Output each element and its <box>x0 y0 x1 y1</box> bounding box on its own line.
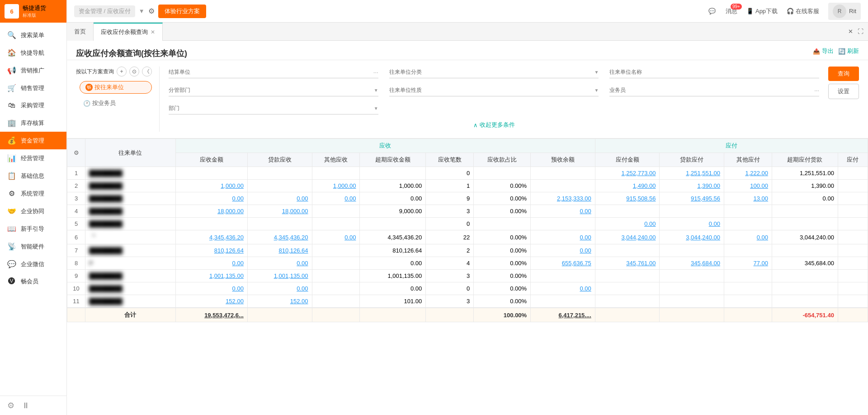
settlement-unit-input[interactable] <box>202 69 372 76</box>
scheme-partner-button[interactable]: 畅 按往来单位 <box>80 81 152 94</box>
dept-manager-arrow-icon[interactable]: ▼ <box>374 88 378 93</box>
pay-loan-cell[interactable]: 0.00 <box>660 218 724 230</box>
window-maximize-icon[interactable]: ⛶ <box>858 28 863 35</box>
salesperson-input[interactable] <box>643 87 812 94</box>
rec-amount-cell[interactable]: 810,126.64 <box>175 244 247 257</box>
export-button[interactable]: 📤 导出 <box>813 47 834 55</box>
dept-manager-input[interactable] <box>202 87 372 94</box>
sidebar-item-guide[interactable]: 📖 新手引导 <box>0 220 66 238</box>
pay-loan-cell[interactable]: 345,684.00 <box>660 257 724 270</box>
partner-name-cell[interactable]: ████████ <box>85 282 176 295</box>
settlement-unit-ellipsis[interactable]: ··· <box>373 69 378 76</box>
sidebar-item-member[interactable]: 🅥 畅会员 <box>0 273 66 290</box>
dropdown-arrow-icon[interactable]: ▼ <box>139 8 145 14</box>
pay-other-cell[interactable]: 1,222.00 <box>724 167 772 180</box>
partner-nature-arrow-icon[interactable]: ▼ <box>594 88 599 93</box>
pre-rec-cell[interactable]: 2,153,333.00 <box>531 192 595 205</box>
salesperson-ellipsis[interactable]: ··· <box>814 87 819 94</box>
pay-amount-cell[interactable]: 0.00 <box>595 218 660 230</box>
partner-nature-input[interactable] <box>424 87 593 94</box>
pay-amount-cell[interactable]: 1,490.00 <box>595 180 660 192</box>
pay-amount-cell[interactable]: 915,508.56 <box>595 192 660 205</box>
partner-name-cell[interactable]: ████████ <box>85 192 176 205</box>
pre-rec-cell[interactable]: 0.00 <box>531 244 595 257</box>
window-close-icon[interactable]: ✕ <box>848 28 853 35</box>
pay-amount-cell[interactable]: 3,044,240.00 <box>595 230 660 244</box>
scheme-collapse-button[interactable]: 《 <box>142 67 152 76</box>
pay-loan-cell[interactable]: 1,251,551.00 <box>660 167 724 180</box>
rec-loan-cell[interactable]: 18,000.00 <box>247 205 312 218</box>
sidebar-item-basic[interactable]: 📋 基础信息 <box>0 167 66 185</box>
sidebar-item-search[interactable]: 🔍 搜索菜单 <box>0 26 66 44</box>
footer-pre-rec[interactable]: 6,417,215.... <box>531 308 595 322</box>
dept-arrow-icon[interactable]: ▼ <box>374 106 378 111</box>
sidebar-item-sales[interactable]: 🛒 销售管理 <box>0 79 66 97</box>
partner-name-cell[interactable]: ████████ <box>85 205 176 218</box>
rec-loan-cell[interactable]: 0.00 <box>247 282 312 295</box>
partner-name-cell[interactable]: ████████ <box>85 218 176 230</box>
promo-button[interactable]: 体验行业方案 <box>158 5 206 18</box>
rec-amount-cell[interactable]: 0.00 <box>175 257 247 270</box>
partner-name-cell[interactable]: ████████ <box>85 295 176 308</box>
pay-loan-cell[interactable]: 915,495.56 <box>660 192 724 205</box>
partner-name-cell[interactable]: ████████ <box>85 167 176 180</box>
rec-loan-cell[interactable]: 0.00 <box>247 257 312 270</box>
user-area[interactable]: R Rit <box>828 3 861 20</box>
pause-footer-icon[interactable]: ⏸ <box>22 401 30 410</box>
rec-amount-cell[interactable]: 0.00 <box>175 192 247 205</box>
sidebar-item-marketing[interactable]: 📢 营销推广 <box>0 62 66 79</box>
pay-other-cell[interactable]: 13.00 <box>724 192 772 205</box>
sidebar-item-quick[interactable]: 🏠 快捷导航 <box>0 44 66 62</box>
partner-name-cell[interactable]: P <box>85 257 176 270</box>
rec-other-cell[interactable]: 0.00 <box>312 230 360 244</box>
rec-amount-cell[interactable]: 152.00 <box>175 295 247 308</box>
message-button[interactable]: 💬 99+ 消息 <box>708 7 737 15</box>
partner-name-cell[interactable]: ████████ <box>85 180 176 192</box>
collapse-button[interactable]: ∧ 收起更多条件 <box>169 118 819 132</box>
sidebar-item-operation[interactable]: 📊 经营管理 <box>0 149 66 167</box>
scheme-salesperson-button[interactable]: 🕐 按业务员 <box>80 97 152 109</box>
pre-rec-cell[interactable]: 0.00 <box>531 205 595 218</box>
sidebar-item-coop[interactable]: 🤝 企业协同 <box>0 202 66 220</box>
partner-name-input[interactable] <box>644 69 819 76</box>
partner-name-cell[interactable]: ████████ <box>85 244 176 257</box>
pay-amount-cell[interactable]: 1,252,773.00 <box>595 167 660 180</box>
partner-category-input[interactable] <box>424 69 593 76</box>
online-service-button[interactable]: 🎧 在线客服 <box>787 7 819 15</box>
settings-footer-icon[interactable]: ⚙ <box>7 401 14 410</box>
scheme-settings-button[interactable]: ⊙ <box>129 67 139 76</box>
tab-query[interactable]: 应收应付余额查询 ✕ <box>94 23 163 41</box>
sidebar-item-purchase[interactable]: 🛍 采购管理 <box>0 97 66 114</box>
partner-category-arrow-icon[interactable]: ▼ <box>594 70 599 75</box>
rec-loan-cell[interactable]: 810,126.64 <box>247 244 312 257</box>
pay-other-cell[interactable]: 77.00 <box>724 257 772 270</box>
sidebar-item-finance[interactable]: 💰 资金管理 <box>0 132 66 149</box>
dept-input[interactable] <box>202 105 372 112</box>
rec-amount-cell[interactable]: 18,000.00 <box>175 205 247 218</box>
partner-name-cell[interactable]: ████████ <box>85 270 176 282</box>
pre-rec-cell[interactable]: 0.00 <box>531 282 595 295</box>
add-scheme-button[interactable]: + <box>117 67 127 76</box>
table-settings-icon[interactable]: ⚙ <box>74 149 79 156</box>
sidebar-item-wechat[interactable]: 💬 企业微信 <box>0 255 66 273</box>
rec-other-cell[interactable]: 1,000.00 <box>312 180 360 192</box>
pay-other-cell[interactable]: 0.00 <box>724 230 772 244</box>
pay-amount-cell[interactable]: 345,761.00 <box>595 257 660 270</box>
refresh-button[interactable]: 🔄 刷新 <box>838 47 859 55</box>
sidebar-item-system[interactable]: ⚙ 系统管理 <box>0 185 66 202</box>
pre-rec-cell[interactable]: 655,636.75 <box>531 257 595 270</box>
rec-amount-cell[interactable]: 4,345,436.20 <box>175 230 247 244</box>
settings-button[interactable]: 设置 <box>828 84 859 99</box>
partner-name-cell[interactable]: 〝 <box>85 230 176 244</box>
pre-rec-cell[interactable]: 0.00 <box>531 230 595 244</box>
query-button[interactable]: 查询 <box>828 67 859 81</box>
tab-home[interactable]: 首页 <box>67 23 94 41</box>
app-download-button[interactable]: 📱 App下载 <box>746 7 778 15</box>
settings-topbar-icon[interactable]: ⚙ <box>148 7 155 15</box>
pay-loan-cell[interactable]: 1,390.00 <box>660 180 724 192</box>
pay-loan-cell[interactable]: 3,044,240.00 <box>660 230 724 244</box>
rec-amount-cell[interactable]: 0.00 <box>175 282 247 295</box>
rec-other-cell[interactable]: 0.00 <box>312 192 360 205</box>
sidebar-item-hardware[interactable]: 📡 智能硬件 <box>0 238 66 255</box>
pay-other-cell[interactable]: 100.00 <box>724 180 772 192</box>
